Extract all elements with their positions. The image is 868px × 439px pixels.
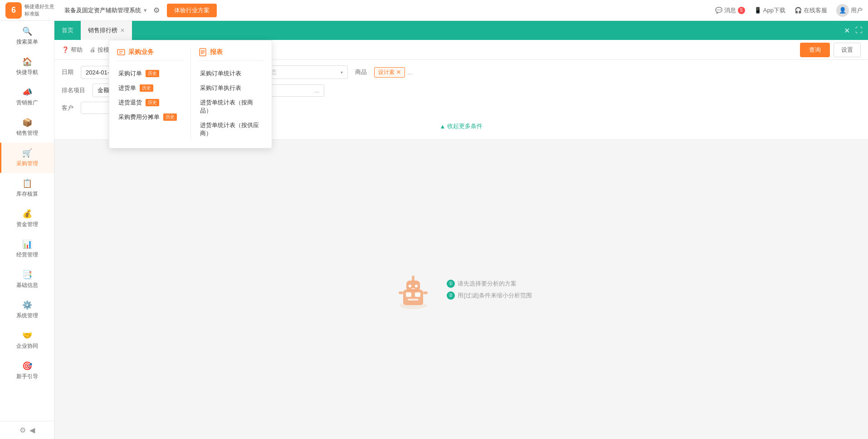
print-icon: 🖨 <box>90 46 96 53</box>
purchase-section-icon <box>117 48 126 57</box>
enterprise-icon: 🤝 <box>22 330 32 340</box>
tab-sales-rank[interactable]: 销售排行榜 ✕ <box>81 21 132 40</box>
settings-icon[interactable]: ⚙ <box>153 6 160 15</box>
goods-tag[interactable]: 设计素 ✕ <box>374 67 405 78</box>
finance-icon: 💰 <box>22 209 32 219</box>
goods-dots[interactable]: ... <box>408 69 413 76</box>
content-area: 首页 销售排行榜 ✕ ✕ ⛶ ❓ 帮助 🖨 按模板打印 ▾ ⬇ <box>54 21 868 439</box>
sidebar-item-basic-info[interactable]: 📑 基础信息 <box>0 264 54 295</box>
top-bar: 6 畅捷通好生意 标准版 装备及固定资产辅助管理系统 ▾ ⚙ 体验行业方案 💬 … <box>0 0 868 21</box>
hint-number-2: ② <box>447 291 455 300</box>
purchase-icon: 🛒 <box>22 148 32 158</box>
doc-status-arrow: ▾ <box>341 70 343 75</box>
purchase-section-header: 采购业务 <box>117 48 183 61</box>
collapse-icon: ▲ <box>440 123 446 130</box>
help-icon: ❓ <box>62 46 69 53</box>
return-goods-badge: 历史 <box>146 99 159 106</box>
basic-info-icon: 📑 <box>22 270 32 280</box>
menu-item-purchase-order[interactable]: 采购订单 历史 <box>117 66 183 81</box>
settings-btn[interactable]: 设置 <box>834 43 861 57</box>
svg-rect-4 <box>408 299 419 301</box>
query-btn[interactable]: 查询 <box>800 43 830 57</box>
avatar: 👤 <box>836 4 849 17</box>
marketing-icon: 📣 <box>22 87 32 97</box>
sidebar-item-search[interactable]: 🔍 搜索菜单 <box>0 21 54 51</box>
search-icon: 🔍 <box>22 26 32 36</box>
top-bar-right: 💬 消息 5 📱 App下载 🎧 在线客服 👤 用户 <box>715 4 863 17</box>
online-service-btn[interactable]: 🎧 在线客服 <box>795 6 827 15</box>
svg-point-8 <box>409 285 411 287</box>
hint-number-1: ① <box>447 280 455 288</box>
tab-expand-btn[interactable]: ⛶ <box>855 26 863 35</box>
empty-hint-1: ① 请先选择要分析的方案 <box>447 280 517 288</box>
sales-icon: 📦 <box>22 118 32 128</box>
svg-point-12 <box>412 276 414 278</box>
sidebar-item-guide[interactable]: 🎯 新手引导 <box>0 355 54 386</box>
industry-btn[interactable]: 体验行业方案 <box>167 4 217 17</box>
svg-rect-1 <box>403 290 423 305</box>
goods-tag-close[interactable]: ✕ <box>396 69 401 75</box>
svg-point-9 <box>415 285 418 287</box>
content-body: ① 请先选择要分析的方案 ② 用[过滤]条件来缩小分析范围 <box>54 140 868 439</box>
sidebar-item-sales[interactable]: 📦 销售管理 <box>0 112 54 143</box>
menu-item-order-stat[interactable]: 采购订单统计表 <box>198 66 265 81</box>
svg-rect-5 <box>399 291 403 294</box>
date-label: 日期 <box>62 68 73 76</box>
empty-state-illustration <box>390 267 436 312</box>
phone-icon: 📱 <box>754 7 761 14</box>
user-btn[interactable]: 👤 用户 <box>836 4 863 17</box>
sidebar-collapse-icon[interactable]: ◀ <box>29 426 35 434</box>
rank-label: 排名项目 <box>62 86 85 94</box>
svg-rect-13 <box>117 49 125 55</box>
svg-rect-6 <box>423 291 428 294</box>
operations-icon: 📊 <box>22 239 32 249</box>
sidebar: 🔍 搜索菜单 🏠 快捷导航 📣 营销推广 📦 销售管理 🛒 采购管理 📋 库存核… <box>0 21 54 439</box>
logo: 6 畅捷通好生意 标准版 <box>5 2 60 19</box>
sidebar-item-inventory[interactable]: 📋 库存核算 <box>0 173 54 203</box>
sidebar-item-operations[interactable]: 📊 经营管理 <box>0 234 54 264</box>
message-badge: 5 <box>738 7 745 14</box>
svg-rect-7 <box>406 281 420 291</box>
headset-icon: 🎧 <box>795 7 802 14</box>
tab-close-icon[interactable]: ✕ <box>120 27 125 34</box>
home-icon: 🏠 <box>22 57 32 67</box>
tab-home[interactable]: 首页 <box>54 21 81 40</box>
purchase-order-badge: 历史 <box>146 70 159 77</box>
purchase-dropdown-menu: 采购业务 采购订单 历史 进货单 历史 进货退货 历史 <box>109 40 272 148</box>
sidebar-item-quick-nav[interactable]: 🏠 快捷导航 <box>0 51 54 82</box>
svg-rect-11 <box>412 278 414 281</box>
system-icon: ⚙️ <box>22 300 32 310</box>
menu-item-order-exec[interactable]: 采购订单执行表 <box>198 81 265 95</box>
empty-hint-2: ② 用[过滤]条件来缩小分析范围 <box>447 291 532 300</box>
svg-rect-10 <box>411 288 415 289</box>
help-btn[interactable]: ❓ 帮助 <box>62 46 83 54</box>
customer-label: 客户 <box>62 104 73 112</box>
empty-state: ① 请先选择要分析的方案 ② 用[过滤]条件来缩小分析范围 <box>390 267 532 312</box>
sidebar-settings-icon[interactable]: ⚙ <box>20 426 26 434</box>
title-dropdown-arrow[interactable]: ▾ <box>144 7 147 14</box>
sidebar-item-marketing[interactable]: 📣 营销推广 <box>0 82 54 112</box>
sidebar-item-finance[interactable]: 💰 资金管理 <box>0 203 54 234</box>
sidebar-item-system[interactable]: ⚙️ 系统管理 <box>0 295 54 325</box>
logo-text: 畅捷通好生意 标准版 <box>24 3 54 17</box>
report-section-icon <box>198 48 207 57</box>
salesperson-dots: ... <box>314 87 319 94</box>
menu-section-divider <box>190 48 191 141</box>
report-section: 报表 采购订单统计表 采购订单执行表 进货单统计表（按商品） 进货单统计表（按供… <box>198 48 265 141</box>
menu-item-purchase-expense[interactable]: 采购费用分摊单 历史 <box>117 110 183 124</box>
message-btn[interactable]: 💬 消息 5 <box>715 6 745 15</box>
menu-item-inbound-stat-supplier[interactable]: 进货单统计表（按供应商） <box>198 118 265 141</box>
menu-item-inbound-stat-goods[interactable]: 进货单统计表（按商品） <box>198 95 265 118</box>
system-title: 装备及固定资产辅助管理系统 <box>64 6 141 15</box>
purchase-business-section: 采购业务 采购订单 历史 进货单 历史 进货退货 历史 <box>117 48 183 141</box>
sidebar-item-purchase[interactable]: 🛒 采购管理 <box>0 143 54 173</box>
tab-bar: 首页 销售排行榜 ✕ ✕ ⛶ <box>54 21 868 40</box>
toolbar-right: 查询 设置 <box>800 43 861 57</box>
menu-item-return-goods[interactable]: 进货退货 历史 <box>117 95 183 110</box>
report-section-header: 报表 <box>198 48 265 61</box>
menu-item-inbound[interactable]: 进货单 历史 <box>117 81 183 95</box>
app-download-btn[interactable]: 📱 App下载 <box>754 6 785 15</box>
goods-filter: 设计素 ✕ ... <box>374 67 413 78</box>
sidebar-item-enterprise[interactable]: 🤝 企业协同 <box>0 325 54 355</box>
tab-close-btn[interactable]: ✕ <box>844 26 850 35</box>
